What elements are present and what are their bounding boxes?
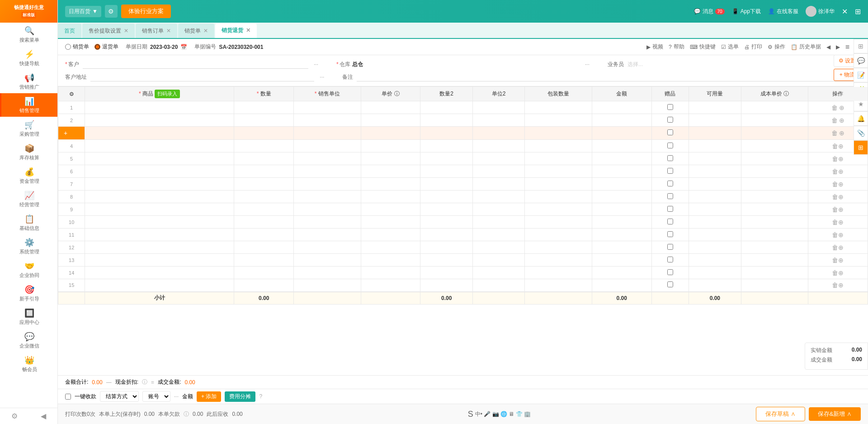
- row-11-copy[interactable]: ⊕: [838, 231, 844, 238]
- row-12-delete[interactable]: 🗑: [832, 244, 838, 251]
- tab-price-setting[interactable]: 售价提取设置 ✕: [82, 24, 135, 38]
- row-7-delete[interactable]: 🗑: [832, 181, 838, 188]
- sidebar-item-member[interactable]: 👑 畅会员: [0, 352, 57, 376]
- warehouse-dots[interactable]: ···: [585, 61, 590, 67]
- row-3-amount[interactable]: [592, 127, 651, 140]
- row-1-cost[interactable]: [741, 101, 808, 114]
- add-row-btn[interactable]: +: [61, 129, 70, 138]
- tab-sales-order-close[interactable]: ✕: [166, 28, 171, 34]
- salesperson-placeholder[interactable]: 选择...: [627, 61, 739, 68]
- row-1-qty2[interactable]: [420, 101, 472, 114]
- row-15-copy[interactable]: ⊕: [838, 281, 844, 289]
- scan-input-btn[interactable]: 扫码录入: [155, 90, 180, 98]
- row-1-gift-check[interactable]: [667, 104, 673, 110]
- save-draft-btn[interactable]: 保存草稿 ∧: [756, 407, 805, 421]
- col-settings[interactable]: ⚙: [58, 87, 85, 101]
- row-1-available[interactable]: [689, 101, 741, 114]
- row-2-copy-btn[interactable]: ⊕: [839, 117, 844, 124]
- row-2-amount[interactable]: [592, 114, 651, 127]
- app-download-btn[interactable]: 📱 App下载: [732, 8, 761, 15]
- row-4-copy[interactable]: ⊕: [838, 143, 844, 150]
- row-2-unit2[interactable]: [472, 114, 524, 127]
- experience-btn[interactable]: 体验行业方案: [121, 5, 171, 18]
- row-7-gift-check[interactable]: [667, 181, 673, 186]
- row-1-quantity[interactable]: [234, 101, 294, 114]
- row-2-price[interactable]: [361, 114, 420, 127]
- row-1-gift[interactable]: [651, 101, 689, 114]
- topbar-gear-btn[interactable]: ⚙: [105, 5, 118, 18]
- row-10-delete[interactable]: 🗑: [832, 219, 838, 226]
- add-payment-btn[interactable]: + 添加: [197, 391, 221, 402]
- date-value[interactable]: 2023-03-20: [150, 44, 178, 50]
- row-4-delete[interactable]: 🗑: [832, 143, 838, 150]
- shortcut-btn[interactable]: ⌨ 快捷键: [690, 43, 716, 51]
- row-1-unit[interactable]: [294, 101, 361, 114]
- right-icon-chat[interactable]: 💬: [854, 53, 868, 68]
- right-icon-orange[interactable]: ⊞: [854, 140, 868, 155]
- row-13-copy[interactable]: ⊕: [838, 257, 844, 264]
- one-click-checkbox[interactable]: [65, 394, 71, 400]
- row-2-product[interactable]: [85, 114, 234, 127]
- select-btn[interactable]: ☑ 选单: [721, 43, 739, 51]
- sidebar-item-operation[interactable]: 📈 经营管理: [0, 187, 57, 211]
- row-5-delete[interactable]: 🗑: [832, 155, 838, 162]
- operation-btn[interactable]: ⚙ 操作: [768, 43, 785, 51]
- row-1-unit2[interactable]: [472, 101, 524, 114]
- user-profile-btn[interactable]: 徐泽华: [806, 6, 835, 17]
- row-6-delete[interactable]: 🗑: [832, 168, 838, 175]
- row-13-gift-check[interactable]: [667, 257, 673, 262]
- sidebar-item-enterprise[interactable]: 🤝 企业协同: [0, 258, 57, 281]
- row-2-pack[interactable]: [525, 114, 592, 127]
- return-radio-label[interactable]: 退货单: [94, 43, 118, 51]
- row-9-copy[interactable]: ⊕: [838, 206, 844, 213]
- row-3-gift-check[interactable]: [667, 129, 673, 135]
- row-1-amount[interactable]: [592, 101, 651, 114]
- row-3-unit2[interactable]: [472, 127, 524, 140]
- sidebar-item-shortcut[interactable]: ⚡ 快捷导航: [0, 46, 57, 70]
- sidebar-item-basic[interactable]: 📋 基础信息: [0, 211, 57, 234]
- row-5-copy[interactable]: ⊕: [838, 155, 844, 162]
- customer-dots[interactable]: ···: [314, 61, 318, 67]
- row-9-gift-check[interactable]: [667, 206, 673, 212]
- video-btn[interactable]: ▶ 视频: [646, 43, 663, 51]
- row-4-gift-check[interactable]: [667, 143, 673, 148]
- view-list-btn[interactable]: ≡: [845, 43, 849, 51]
- row-8-gift-check[interactable]: [667, 193, 673, 199]
- sidebar-item-system[interactable]: ⚙️ 系统管理: [0, 234, 57, 258]
- row-3-price[interactable]: [361, 127, 420, 140]
- sidebar-item-wechat[interactable]: 💬 企业微信: [0, 329, 57, 352]
- calendar-icon[interactable]: 📅: [180, 44, 187, 50]
- sidebar-item-finance[interactable]: 💰 资金管理: [0, 164, 57, 187]
- row-3-delete-btn[interactable]: 🗑: [831, 129, 838, 137]
- row-8-delete[interactable]: 🗑: [832, 193, 838, 200]
- row-2-unit[interactable]: [294, 114, 361, 127]
- row-6-copy[interactable]: ⊕: [838, 168, 844, 175]
- sidebar-item-inventory[interactable]: 📦 库存核算: [0, 140, 57, 164]
- topbar-maximize-btn[interactable]: ⊞: [855, 7, 861, 16]
- sidebar-item-marketing[interactable]: 📢 营销推广: [0, 70, 57, 93]
- tab-sales-return[interactable]: 销货退货 ✕: [215, 24, 257, 38]
- row-12-copy[interactable]: ⊕: [838, 244, 844, 251]
- row-14-delete[interactable]: 🗑: [832, 269, 838, 276]
- current-owe-icon[interactable]: ⓘ: [184, 410, 189, 418]
- row-1-pack[interactable]: [525, 101, 592, 114]
- row-1-delete-btn[interactable]: 🗑: [831, 104, 838, 111]
- amount-dots[interactable]: ···: [174, 393, 179, 400]
- sidebar-item-apps[interactable]: 🔲 应用中心: [0, 305, 57, 329]
- row-1-copy-btn[interactable]: ⊕: [839, 104, 844, 111]
- sales-radio-label[interactable]: 销货单: [65, 43, 89, 51]
- fee-help-icon[interactable]: ?: [259, 393, 262, 400]
- return-radio[interactable]: [94, 44, 100, 50]
- row-11-delete[interactable]: 🗑: [832, 231, 838, 238]
- tab-sales-return-close[interactable]: ✕: [246, 27, 250, 33]
- row-1-price[interactable]: [361, 101, 420, 114]
- tab-sales-delivery-close[interactable]: ✕: [203, 28, 208, 34]
- row-3-unit[interactable]: [294, 127, 361, 140]
- right-icon-clip[interactable]: 📎: [854, 126, 868, 140]
- sidebar-collapse-btn[interactable]: ◀: [41, 412, 46, 420]
- row-2-quantity[interactable]: [234, 114, 294, 127]
- sidebar-item-search[interactable]: 🔍 搜索菜单: [0, 23, 57, 46]
- account-select[interactable]: 账号: [142, 391, 170, 402]
- row-12-gift-check[interactable]: [667, 244, 673, 250]
- row-2-cost[interactable]: [741, 114, 808, 127]
